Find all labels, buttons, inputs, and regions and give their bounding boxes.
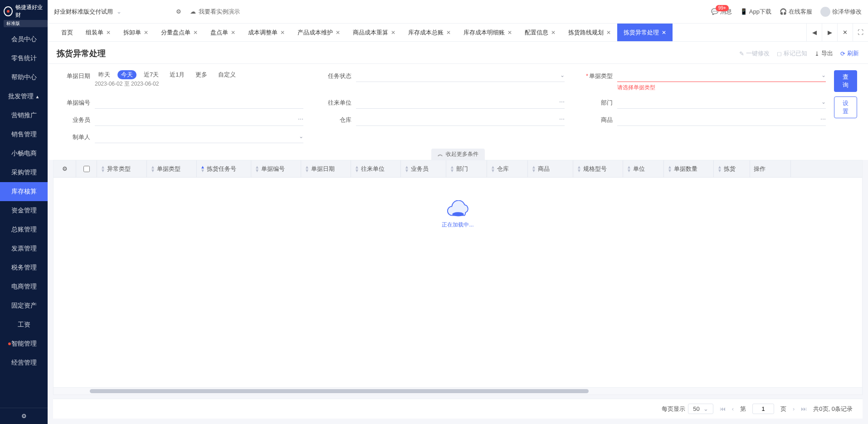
table-header-cell[interactable]: ▲▼部门 [446, 160, 487, 177]
page-size-select[interactable]: 50 ⌄ [688, 404, 713, 414]
tab[interactable]: 盘点单✕ [204, 24, 242, 41]
sidebar-settings[interactable]: ⚙ [0, 408, 48, 424]
sidebar-item[interactable]: 批发管理▲ [0, 87, 48, 106]
tab[interactable]: 商品成本重算✕ [346, 24, 402, 41]
tab[interactable]: 拆卸单✕ [117, 24, 155, 41]
doc-no-input[interactable] [95, 97, 303, 109]
chip-today[interactable]: 今天 [117, 70, 137, 79]
table-header-cell[interactable]: ▲▼往来单位 [351, 160, 401, 177]
page-last[interactable]: ⏭ [801, 405, 807, 412]
table-header-cell[interactable]: ▲▼规格型号 [573, 160, 623, 177]
close-icon[interactable]: ✕ [231, 29, 235, 36]
tabs-scroll-left[interactable]: ◀ [806, 24, 822, 41]
user-menu[interactable]: 徐泽华修改 [820, 7, 862, 17]
query-button[interactable]: 查询 [834, 70, 857, 92]
sidebar-item[interactable]: 小畅电商 [0, 144, 48, 163]
page-first[interactable]: ⏮ [720, 405, 726, 412]
chip-last7[interactable]: 近7天 [140, 70, 162, 79]
sidebar-item[interactable]: 库存核算 [0, 182, 48, 201]
table-header-cell[interactable]: ▲▼单位 [623, 160, 664, 177]
tab[interactable]: 拣货异常处理✕ [617, 24, 673, 41]
sidebar-item[interactable]: 零售统计 [0, 49, 48, 68]
close-icon[interactable]: ✕ [551, 29, 556, 36]
sidebar-item[interactable]: 销售管理 [0, 125, 48, 144]
sidebar-item[interactable]: 电商管理 [0, 277, 48, 296]
sidebar-item[interactable]: 税务管理 [0, 258, 48, 277]
download-app-button[interactable]: 📱 App下载 [740, 8, 771, 16]
ellipsis-icon[interactable]: ⋯ [559, 116, 565, 122]
table-header-cell[interactable]: ▲▼业务员 [401, 160, 446, 177]
chip-last1m[interactable]: 近1月 [166, 70, 188, 79]
sidebar-item[interactable]: 资金管理 [0, 201, 48, 220]
close-icon[interactable]: ✕ [391, 29, 395, 36]
tab[interactable]: 库存成本明细账✕ [457, 24, 518, 41]
close-icon[interactable]: ✕ [193, 29, 198, 36]
export-button[interactable]: ⤓ 导出 [814, 49, 833, 58]
fullscreen-button[interactable]: ⛶ [853, 24, 868, 41]
tab[interactable]: 组装单✕ [79, 24, 117, 41]
close-icon[interactable]: ✕ [144, 29, 148, 36]
tab[interactable]: 拣货路线规划✕ [562, 24, 617, 41]
column-settings-button[interactable]: ⚙ [54, 160, 76, 177]
tabs-scroll-right[interactable]: ▶ [822, 24, 837, 41]
task-status-select[interactable] [356, 70, 565, 82]
product-input[interactable] [617, 114, 826, 126]
refresh-button[interactable]: ⟳ 刷新 [840, 49, 859, 58]
chevron-down-icon[interactable]: ⌄ [821, 72, 826, 78]
chip-more[interactable]: 更多 [192, 70, 211, 79]
sidebar-item[interactable]: 经营管理 [0, 353, 48, 372]
sidebar-item[interactable]: 工资 [0, 315, 48, 334]
page-prev[interactable]: ‹ [732, 405, 734, 412]
sidebar-item[interactable]: 智能管理 [0, 334, 48, 353]
product-selector[interactable]: 好业财标准版交付试用 ⌄ [54, 8, 172, 16]
table-header-cell[interactable]: ▲▼单据数量 [664, 160, 714, 177]
sidebar-item[interactable]: 采购管理 [0, 163, 48, 182]
table-header-cell[interactable]: ▲▼单据编号 [251, 160, 301, 177]
sidebar-item[interactable]: 发票管理 [0, 239, 48, 258]
sidebar-item[interactable]: 固定资产 [0, 296, 48, 315]
table-header-cell[interactable]: ▲▼拣货 [714, 160, 750, 177]
close-icon[interactable]: ✕ [606, 29, 611, 36]
sidebar-item[interactable]: 营销推广 [0, 106, 48, 125]
chevron-down-icon[interactable]: ⌄ [299, 133, 303, 140]
sidebar-item[interactable]: 帮助中心 [0, 68, 48, 87]
ellipsis-icon[interactable]: ⋯ [298, 116, 303, 122]
close-icon[interactable]: ✕ [446, 29, 451, 36]
tab[interactable]: 成本调整单✕ [242, 24, 291, 41]
page-input[interactable] [752, 404, 774, 414]
chevron-down-icon[interactable]: ⌄ [560, 72, 565, 78]
demo-link[interactable]: ☁ 我要看实例演示 [190, 8, 240, 16]
tab[interactable]: 首页 [55, 24, 79, 41]
support-button[interactable]: 🎧 在线客服 [780, 8, 812, 16]
tabs-close-all[interactable]: ✕ [837, 24, 853, 41]
table-header-cell[interactable]: 操作 [750, 160, 791, 177]
collapse-filters-button[interactable]: ︽ 收起更多条件 [431, 149, 485, 160]
close-icon[interactable]: ✕ [106, 29, 111, 36]
close-icon[interactable]: ✕ [507, 29, 512, 36]
ellipsis-icon[interactable]: ⋯ [820, 116, 826, 122]
chip-custom[interactable]: 自定义 [215, 70, 239, 79]
scrollbar-thumb[interactable] [90, 389, 589, 393]
table-header-cell[interactable]: ▲▼拣货任务号 [197, 160, 251, 177]
horizontal-scrollbar[interactable] [54, 387, 862, 395]
messages-button[interactable]: 99+ 💬 消息 [711, 8, 732, 16]
warehouse-input[interactable] [356, 114, 565, 126]
select-all-checkbox[interactable] [76, 160, 97, 177]
tab[interactable]: 产品成本维护✕ [291, 24, 346, 41]
table-header-cell[interactable]: ▲▼单据日期 [301, 160, 351, 177]
tab[interactable]: 分量盘点单✕ [155, 24, 204, 41]
sidebar-item[interactable]: 会员中心 [0, 30, 48, 49]
ellipsis-icon[interactable]: ⋯ [559, 99, 565, 105]
settings-button[interactable]: 设置 [834, 96, 857, 118]
sidebar-item[interactable]: 总账管理 [0, 220, 48, 239]
page-next[interactable]: › [793, 405, 795, 412]
salesman-input[interactable] [95, 114, 303, 126]
table-header-cell[interactable]: ▲▼异常类型 [97, 160, 147, 177]
close-icon[interactable]: ✕ [280, 29, 285, 36]
header-settings-button[interactable]: ⚙ [172, 5, 185, 19]
tab[interactable]: 配置信息✕ [518, 24, 562, 41]
close-icon[interactable]: ✕ [336, 29, 340, 36]
chevron-down-icon[interactable]: ⌄ [821, 99, 826, 105]
table-header-cell[interactable]: ▲▼商品 [528, 160, 573, 177]
table-header-cell[interactable]: ▲▼仓库 [487, 160, 528, 177]
